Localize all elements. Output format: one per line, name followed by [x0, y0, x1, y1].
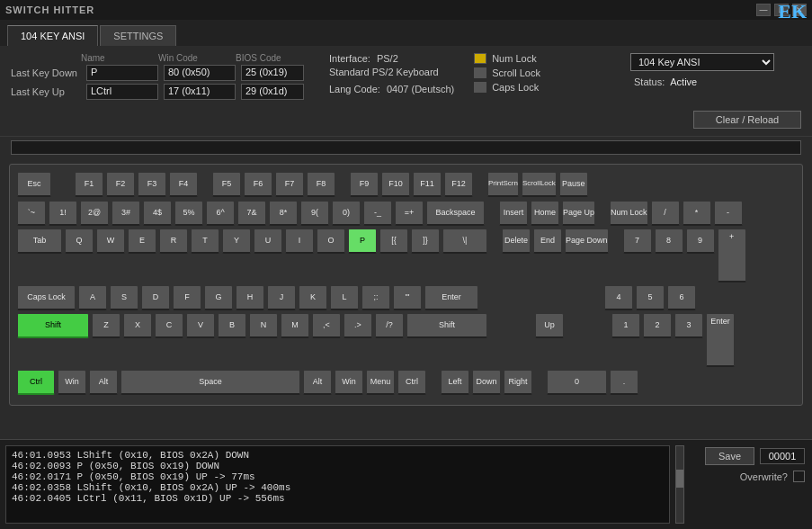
key-scrlock[interactable]: ScrollLock	[522, 172, 557, 197]
key-m[interactable]: M	[281, 313, 309, 338]
key-comma[interactable]: ,<	[312, 313, 341, 338]
key-left[interactable]: Left	[441, 370, 469, 395]
key-9[interactable]: 9(	[300, 201, 329, 226]
key-lalt[interactable]: Alt	[89, 370, 118, 395]
key-menu[interactable]: Menu	[366, 370, 395, 395]
key-semicolon[interactable]: ;:	[361, 285, 390, 310]
key-h[interactable]: H	[236, 285, 264, 310]
key-7[interactable]: 7&	[237, 201, 266, 226]
key-pageup[interactable]: Page Up	[562, 201, 595, 226]
key-rshift[interactable]: Shift	[406, 313, 487, 338]
key-f1[interactable]: F1	[75, 172, 103, 197]
key-g[interactable]: G	[204, 285, 233, 310]
key-num-star[interactable]: *	[683, 201, 711, 226]
key-num-plus[interactable]: +	[718, 229, 746, 282]
key-p[interactable]: P	[348, 229, 377, 254]
key-end[interactable]: End	[533, 229, 562, 254]
key-d[interactable]: D	[141, 285, 170, 310]
key-f3[interactable]: F3	[138, 172, 166, 197]
key-lshift[interactable]: Shift	[17, 313, 89, 338]
overwrite-checkbox[interactable]	[793, 471, 805, 482]
key-down[interactable]: Down	[472, 370, 501, 395]
key-tab[interactable]: Tab	[17, 229, 62, 254]
key-a[interactable]: A	[78, 285, 107, 310]
key-rwin[interactable]: Win	[335, 370, 363, 395]
key-o[interactable]: O	[317, 229, 345, 254]
key-num-dot[interactable]: .	[610, 370, 638, 395]
tab-settings[interactable]: SETTINGS	[100, 25, 176, 46]
key-f7[interactable]: F7	[275, 172, 304, 197]
clear-reload-button[interactable]: Clear / Reload	[693, 111, 801, 129]
key-v[interactable]: V	[186, 313, 215, 338]
key-j[interactable]: J	[267, 285, 296, 310]
log-scroll-thumb[interactable]	[676, 470, 683, 488]
minimize-button[interactable]: —	[756, 4, 771, 16]
tab-104key[interactable]: 104 KEY ANSI	[7, 25, 98, 46]
key-6[interactable]: 6^	[206, 201, 235, 226]
key-x[interactable]: X	[123, 313, 152, 338]
key-t[interactable]: T	[191, 229, 219, 254]
key-f[interactable]: F	[173, 285, 201, 310]
key-f8[interactable]: F8	[307, 172, 335, 197]
key-f11[interactable]: F11	[413, 172, 442, 197]
key-s[interactable]: S	[110, 285, 138, 310]
key-1[interactable]: 1!	[49, 201, 77, 226]
log-scrollbar[interactable]	[675, 445, 684, 524]
key-2[interactable]: 2@	[80, 201, 109, 226]
key-rctrl[interactable]: Ctrl	[397, 370, 426, 395]
key-num5[interactable]: 5	[636, 285, 665, 310]
key-num2[interactable]: 2	[643, 313, 672, 338]
key-pause[interactable]: Pause	[559, 172, 588, 197]
key-enter[interactable]: Enter	[424, 285, 478, 310]
key-ralt[interactable]: Alt	[303, 370, 332, 395]
keyboard-dropdown[interactable]: 104 Key ANSI	[630, 53, 774, 71]
key-prtscr[interactable]: PrintScrn	[487, 172, 519, 197]
key-num4[interactable]: 4	[604, 285, 633, 310]
key-slash[interactable]: /?	[375, 313, 404, 338]
key-c[interactable]: C	[155, 313, 183, 338]
key-8[interactable]: 8*	[269, 201, 298, 226]
key-up[interactable]: Up	[535, 313, 564, 338]
key-num-slash[interactable]: /	[651, 201, 680, 226]
key-num7[interactable]: 7	[623, 229, 652, 254]
key-3[interactable]: 3#	[112, 201, 140, 226]
key-backslash[interactable]: \|	[442, 229, 487, 254]
key-equals[interactable]: =+	[395, 201, 424, 226]
key-space[interactable]: Space	[120, 370, 300, 395]
key-4[interactable]: 4$	[143, 201, 172, 226]
key-f5[interactable]: F5	[212, 172, 241, 197]
key-right[interactable]: Right	[504, 370, 532, 395]
key-insert[interactable]: Insert	[499, 201, 528, 226]
key-0[interactable]: 0)	[332, 201, 361, 226]
key-lbracket[interactable]: [{	[379, 229, 408, 254]
key-w[interactable]: W	[96, 229, 125, 254]
key-numlock[interactable]: Num Lock	[610, 201, 648, 226]
key-i[interactable]: I	[285, 229, 314, 254]
key-k[interactable]: K	[299, 285, 327, 310]
key-num6[interactable]: 6	[667, 285, 696, 310]
key-capslock[interactable]: Caps Lock	[17, 285, 76, 310]
key-r[interactable]: R	[159, 229, 188, 254]
key-b[interactable]: B	[218, 313, 246, 338]
key-f2[interactable]: F2	[106, 172, 135, 197]
key-backspace[interactable]: Backspace	[426, 201, 485, 226]
key-home[interactable]: Home	[531, 201, 559, 226]
key-num-enter[interactable]: Enter	[706, 313, 735, 367]
key-quote[interactable]: '"	[393, 285, 422, 310]
key-period[interactable]: .>	[344, 313, 372, 338]
key-n[interactable]: N	[249, 313, 278, 338]
key-num8[interactable]: 8	[655, 229, 683, 254]
key-q[interactable]: Q	[65, 229, 94, 254]
key-u[interactable]: U	[254, 229, 282, 254]
key-num0[interactable]: 0	[547, 370, 607, 395]
key-esc[interactable]: Esc	[17, 172, 51, 197]
save-button[interactable]: Save	[705, 447, 754, 465]
key-y[interactable]: Y	[222, 229, 251, 254]
key-f12[interactable]: F12	[444, 172, 473, 197]
key-f10[interactable]: F10	[381, 172, 410, 197]
key-f6[interactable]: F6	[244, 172, 272, 197]
key-lwin[interactable]: Win	[58, 370, 86, 395]
key-rbracket[interactable]: ]}	[411, 229, 440, 254]
key-l[interactable]: L	[330, 285, 359, 310]
key-num9[interactable]: 9	[686, 229, 715, 254]
